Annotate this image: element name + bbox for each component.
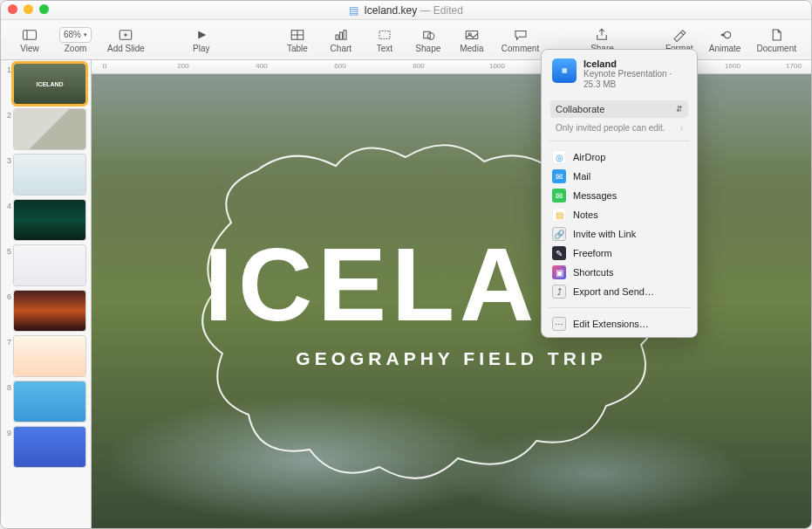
updown-icon: ⇵ [676, 105, 683, 113]
keynote-icon: ▤ [349, 4, 358, 17]
slide-thumb-5[interactable] [14, 245, 85, 285]
document-button[interactable]: Document [756, 27, 796, 53]
mail-icon: ✉ [552, 169, 566, 183]
maximize-button[interactable] [39, 4, 49, 14]
format-icon [670, 27, 689, 43]
slide-thumb-8[interactable] [14, 381, 85, 422]
shape-button[interactable]: Shape [414, 27, 442, 53]
popover-doc-title: Iceland [583, 58, 686, 69]
play-icon [192, 27, 211, 43]
share-icon [592, 27, 611, 43]
collaborate-permissions[interactable]: Only invited people can edit. › [550, 120, 688, 135]
svg-rect-0 [24, 30, 37, 39]
slide-thumb-6[interactable] [14, 291, 85, 331]
document-title: ▤ Iceland.key — Edited [349, 4, 463, 17]
slide-thumb-3[interactable] [14, 155, 85, 195]
slide-navigator[interactable]: 1ICELAND 2 3 4 5 6 7 8 9 [1, 60, 92, 528]
svg-rect-11 [344, 30, 346, 39]
play-button[interactable]: Play [188, 27, 215, 53]
keynote-app-icon: ▦ [552, 58, 577, 83]
media-button[interactable]: Media [458, 27, 486, 53]
chevron-right-icon: › [680, 123, 683, 133]
comment-icon [511, 27, 530, 43]
text-button[interactable]: Text [371, 27, 399, 53]
share-option-airdrop[interactable]: ◎AirDrop [542, 148, 697, 167]
svg-rect-10 [339, 32, 342, 39]
animate-button[interactable]: Animate [709, 27, 741, 53]
share-popover: ▦ Iceland Keynote Presentation · 25.3 MB… [541, 49, 698, 338]
text-icon [375, 27, 394, 43]
slide-thumb-9[interactable] [14, 427, 85, 467]
edit-extensions[interactable]: ⋯Edit Extensions… [542, 314, 697, 333]
table-button[interactable]: Table [283, 27, 311, 53]
slide-subtitle[interactable]: GEOGRAPHY FIELD TRIP [296, 348, 606, 369]
plus-icon [116, 27, 135, 43]
airdrop-icon: ◎ [552, 150, 566, 164]
horizontal-ruler: 0 200 400 600 800 1000 1200 1400 1600 17… [92, 60, 811, 74]
zoom-control[interactable]: 68%▾ Zoom [59, 27, 92, 53]
export-icon: ⤴ [552, 285, 566, 299]
view-button[interactable]: View [16, 27, 44, 53]
shortcuts-icon: ▣ [552, 265, 566, 279]
slide-content[interactable]: ICELAND GEOGRAPHY FIELD TRIP [92, 74, 811, 528]
share-option-messages[interactable]: ✉Messages [542, 186, 697, 205]
svg-rect-13 [424, 31, 431, 38]
slide-canvas[interactable]: 0 200 400 600 800 1000 1200 1400 1600 17… [92, 60, 811, 528]
slide-thumb-4[interactable] [14, 200, 85, 240]
svg-rect-9 [336, 35, 338, 39]
notes-icon: ▤ [552, 208, 566, 222]
popover-header: ▦ Iceland Keynote Presentation · 25.3 MB [542, 50, 697, 97]
close-button[interactable] [8, 4, 17, 14]
svg-marker-5 [198, 31, 206, 38]
document-icon [767, 27, 786, 43]
slide-thumb-7[interactable] [14, 336, 85, 376]
share-option-invite-link[interactable]: 🔗Invite with Link [542, 224, 697, 244]
share-option-notes[interactable]: ▤Notes [542, 205, 697, 224]
media-icon [462, 27, 481, 43]
shape-icon [419, 27, 438, 43]
share-option-mail[interactable]: ✉Mail [542, 167, 697, 186]
share-option-shortcuts[interactable]: ▣Shortcuts [542, 263, 697, 282]
link-icon: 🔗 [552, 227, 566, 241]
comment-button[interactable]: Comment [502, 27, 539, 53]
svg-rect-12 [379, 31, 390, 38]
add-slide-button[interactable]: Add Slide [107, 27, 145, 53]
slide-thumb-1[interactable]: ICELAND [14, 64, 85, 104]
chevron-down-icon: ▾ [84, 31, 87, 38]
svg-point-14 [427, 32, 434, 39]
collaborate-dropdown[interactable]: Collaborate ⇵ [550, 100, 688, 118]
messages-icon: ✉ [552, 189, 566, 203]
view-icon [20, 27, 39, 43]
animate-icon [715, 27, 734, 43]
table-icon [288, 27, 307, 43]
chart-icon [331, 27, 351, 43]
chart-button[interactable]: Chart [327, 27, 355, 53]
window-controls [8, 4, 49, 14]
freeform-icon: ✎ [552, 246, 566, 260]
share-option-export[interactable]: ⤴Export and Send… [542, 282, 697, 301]
minimize-button[interactable] [24, 4, 33, 14]
svg-marker-17 [721, 32, 724, 37]
slide-thumb-2[interactable] [14, 109, 85, 149]
window-titlebar: ▤ Iceland.key — Edited [1, 1, 811, 20]
popover-doc-meta: Keynote Presentation · 25.3 MB [583, 69, 686, 90]
share-option-freeform[interactable]: ✎Freeform [542, 244, 697, 263]
extensions-icon: ⋯ [552, 317, 566, 331]
